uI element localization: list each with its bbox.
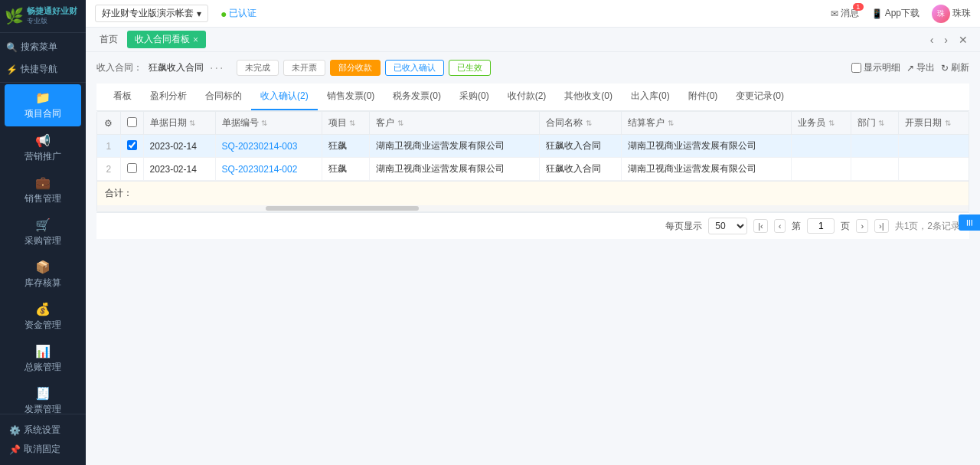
cert-dot-icon: ● [220,8,227,20]
sidebar-item-quick-nav[interactable]: ⚡ 快捷导航 [0,58,86,80]
sort-date-icon[interactable]: ⇅ [189,119,195,127]
tab-close-icon[interactable]: × [193,34,198,45]
tab-other-income[interactable]: 其他收支(0) [555,84,622,110]
row-dept-2 [851,158,899,181]
tab-inout-stock[interactable]: 出入库(0) [622,84,679,110]
sort-salesman-icon[interactable]: ⇅ [828,119,835,127]
col-checkbox [120,112,143,135]
tab-change-log[interactable]: 变更记录(0) [727,84,793,110]
tab-revenue-confirm[interactable]: 收入确认(2) [251,84,318,110]
sidebar-label-purchase: 采购管理 [24,234,61,247]
page-first-btn[interactable]: |‹ [753,219,768,233]
sort-contract-icon[interactable]: ⇅ [586,119,592,127]
status-confirmed[interactable]: 已收入确认 [385,60,444,76]
row-salesman-2 [792,158,851,181]
sort-project-icon[interactable]: ⇅ [349,119,355,127]
message-badge: 1 [853,3,864,11]
sidebar: 🌿 畅捷通好业财 专业版 🔍 搜索菜单 ⚡ 快捷导航 📁 项目合同 📢 营销推广… [0,0,86,465]
purchase-icon: 🛒 [35,218,51,232]
home-tab[interactable]: 首页 [95,30,122,49]
export-btn[interactable]: ↗ 导出 [906,61,935,74]
show-detail-label: 显示明细 [851,61,900,74]
row-link-2[interactable]: SQ-20230214-002 [222,164,298,175]
status-active[interactable]: 已生效 [449,60,491,76]
col-code: 单据编号 ⇅ [215,112,322,135]
tab-contract-subject[interactable]: 合同标的 [196,84,251,110]
sort-invoicedate-icon[interactable]: ⇅ [945,119,951,127]
scrollbar-thumb[interactable] [266,206,419,211]
select-all-checkbox[interactable] [127,117,137,127]
sidebar-label-invoice: 发票管理 [24,403,61,414]
app-version: 专业版 [27,16,77,26]
sidebar-item-marketing[interactable]: 📢 营销推广 [0,127,86,169]
sidebar-item-project-contract[interactable]: 📁 项目合同 [5,84,81,126]
nav-close-icon[interactable]: ✕ [956,32,971,47]
sort-code-icon[interactable]: ⇅ [261,119,267,127]
topbar: 好业财专业版演示帐套 ▾ ● 已认证 ✉ 1 消息 📱 App下载 珠 珠珠 [86,0,980,28]
horizontal-scrollbar[interactable] [97,205,969,211]
tab-payment[interactable]: 收付款(2) [498,84,556,110]
row-code-1: SQ-20230214-003 [215,135,322,158]
row-checkbox-1[interactable] [120,135,143,158]
sidebar-item-search[interactable]: 🔍 搜索菜单 [0,36,86,58]
sidebar-item-unpin[interactable]: 📌 取消固定 [6,440,80,459]
row-link-1[interactable]: SQ-20230214-003 [222,141,298,152]
nav-prev-icon[interactable]: ‹ [927,32,937,47]
sidebar-label-project: 项目合同 [24,107,61,120]
page-number-input[interactable] [807,218,835,234]
col-contract-label: 合同名称 [546,117,583,128]
sort-customer-icon[interactable]: ⇅ [397,119,403,127]
more-btn[interactable]: ··· [210,61,224,75]
user-avatar[interactable]: 珠 珠珠 [932,5,971,23]
status-incomplete[interactable]: 未完成 [237,60,279,76]
sidebar-item-purchase[interactable]: 🛒 采购管理 [0,211,86,254]
app-download-btn[interactable]: 📱 App下载 [871,7,920,20]
tabbar-nav: ‹ › ✕ [927,32,971,47]
col-date-label: 单据日期 [150,117,187,128]
tab-tax-invoice[interactable]: 税务发票(0) [384,84,450,110]
sidebar-label-inventory: 库存核算 [24,277,61,290]
message-btn[interactable]: ✉ 1 消息 [831,7,859,20]
sidebar-label-finance: 资金管理 [24,319,61,332]
tab-purchase[interactable]: 采购(0) [450,84,498,110]
col-dept: 部门 ⇅ [851,112,899,135]
col-invoice-date: 开票日期 ⇅ [899,112,969,135]
tab-attachments[interactable]: 附件(0) [679,84,727,110]
row-invoicedate-1 [899,135,969,158]
row-checkbox-2[interactable] [120,158,143,181]
tab-sales-invoice[interactable]: 销售发票(0) [318,84,384,110]
page-last-btn[interactable]: ›| [874,219,889,233]
tab-kanban[interactable]: 看板 [104,84,141,110]
tab-profit-analysis[interactable]: 盈利分析 [141,84,196,110]
row-num-2: 2 [97,158,120,181]
sidebar-item-settings[interactable]: ⚙️ 系统设置 [6,421,80,440]
contract-tab[interactable]: 收入合同看板 × [127,31,206,48]
sort-settle-icon[interactable]: ⇅ [668,119,674,127]
finance-icon: 💰 [35,302,51,316]
folder-icon: 📁 [35,90,51,105]
app-logo: 🌿 畅捷通好业财 专业版 [0,0,86,33]
status-partial-receipt[interactable]: 部分收款 [330,60,381,76]
refresh-btn[interactable]: ↻ 刷新 [941,61,969,74]
search-icon: 🔍 [6,42,18,53]
sidebar-item-ledger[interactable]: 📊 总账管理 [0,338,86,380]
show-detail-text: 显示明细 [864,61,900,74]
row-customer-1: 湖南卫视商业运营发展有限公司 [370,135,540,158]
show-detail-checkbox[interactable] [851,63,861,73]
page-size-select[interactable]: 50 100 200 [708,218,747,234]
nav-next-icon[interactable]: › [941,32,951,47]
sidebar-item-invoice[interactable]: 🧾 发票管理 [0,380,86,414]
data-table: ⚙ 单据日期 ⇅ 单据编号 ⇅ [96,111,969,212]
page-prev-btn[interactable]: ‹ [774,219,786,233]
sidebar-item-finance[interactable]: 💰 资金管理 [0,296,86,338]
sidebar-item-inventory[interactable]: 📦 库存核算 [0,254,86,296]
sidebar-item-sales[interactable]: 💼 销售管理 [0,169,86,211]
mobile-icon: 📱 [871,8,883,19]
right-panel-icon[interactable]: ≡ [962,219,976,226]
company-selector[interactable]: 好业财专业版演示帐套 ▾ [95,5,208,22]
sort-dept-icon[interactable]: ⇅ [878,119,884,127]
status-uninvoiced[interactable]: 未开票 [283,60,325,76]
page-next-btn[interactable]: › [856,219,868,233]
settings-icon[interactable]: ⚙ [104,118,113,129]
row-salesman-1 [792,135,851,158]
